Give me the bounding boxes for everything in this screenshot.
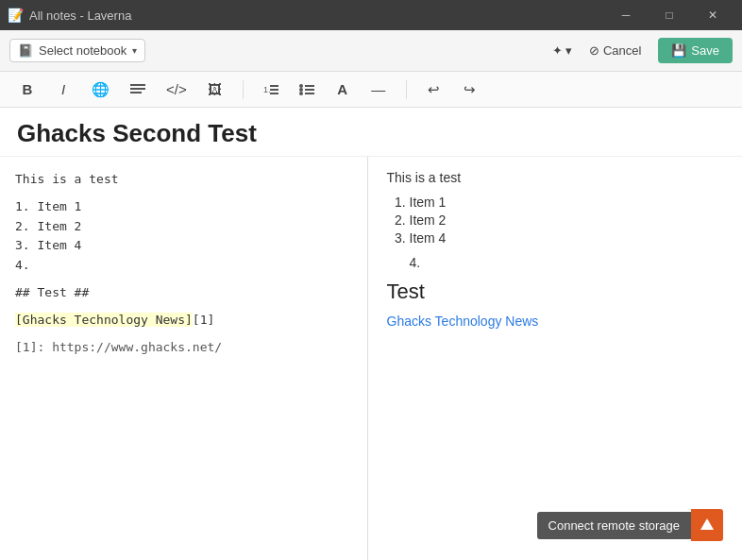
svg-rect-5 <box>270 89 278 91</box>
settings-button[interactable]: ✦ ▾ <box>552 43 572 58</box>
svg-point-7 <box>299 84 303 88</box>
blockquote-button[interactable] <box>126 80 150 99</box>
svg-text:1.: 1. <box>263 85 271 94</box>
right-heading: Test <box>387 280 724 304</box>
save-icon: 💾 <box>671 43 686 58</box>
cancel-label: Cancel <box>603 43 641 58</box>
svg-point-9 <box>299 92 303 95</box>
settings-arrow-icon: ▾ <box>565 43 572 58</box>
right-para: This is a test <box>387 170 724 185</box>
list-item-2: Item 2 <box>410 212 724 228</box>
connect-storage-button[interactable]: Connect remote storage <box>537 512 691 539</box>
toolbar-divider-2 <box>406 80 407 99</box>
left-para: This is a test <box>15 170 352 190</box>
connect-storage-icon[interactable] <box>691 509 723 541</box>
app-icon: 📝 <box>8 8 24 23</box>
left-list: 1. Item 1 2. Item 2 3. Item 4 4. <box>15 197 352 276</box>
svg-rect-11 <box>305 89 314 91</box>
titlebar-title: All notes - Laverna <box>29 8 604 23</box>
list-item-3: Item 4 <box>410 230 724 246</box>
unordered-list-button[interactable] <box>295 80 319 99</box>
link-highlight: [Ghacks Technology News] <box>15 313 193 327</box>
toolbar-right: ✦ ▾ ⊘ Cancel 💾 Save <box>552 38 733 63</box>
svg-rect-10 <box>305 85 314 87</box>
image-button[interactable]: 🖼 <box>203 78 228 100</box>
svg-rect-2 <box>130 92 142 93</box>
main-content: Ghacks Second Test This is a test 1. Ite… <box>0 108 742 560</box>
app-container: 📓 Select notebook ▾ ✦ ▾ ⊘ Cancel 💾 Save … <box>0 30 742 560</box>
cancel-icon: ⊘ <box>589 43 599 58</box>
minimize-button[interactable]: ─ <box>604 0 648 30</box>
svg-marker-13 <box>700 518 714 530</box>
save-button[interactable]: 💾 Save <box>658 38 733 63</box>
editor-area: This is a test 1. Item 1 2. Item 2 3. It… <box>0 157 742 560</box>
note-title: Ghacks Second Test <box>0 108 742 157</box>
notebook-icon: 📓 <box>18 43 33 58</box>
chevron-down-icon: ▾ <box>132 45 137 56</box>
titlebar: 📝 All notes - Laverna ─ □ ✕ <box>0 0 742 30</box>
hr-button[interactable]: — <box>366 78 391 100</box>
svg-rect-12 <box>305 93 314 94</box>
window-controls: ─ □ ✕ <box>604 0 734 30</box>
close-button[interactable]: ✕ <box>691 0 734 30</box>
left-ref: [1]: https://www.ghacks.net/ <box>15 338 352 358</box>
notebook-label: Select notebook <box>39 43 126 58</box>
svg-rect-1 <box>130 88 145 90</box>
left-panel[interactable]: This is a test 1. Item 1 2. Item 2 3. It… <box>0 157 368 560</box>
connect-storage-widget: Connect remote storage <box>537 509 723 541</box>
ordered-list-button[interactable]: 1. <box>259 80 283 99</box>
svg-rect-6 <box>270 93 278 94</box>
notebook-select[interactable]: 📓 Select notebook ▾ <box>9 39 145 62</box>
left-heading: ## Test ## <box>15 283 352 303</box>
save-label: Save <box>691 43 719 58</box>
top-toolbar: 📓 Select notebook ▾ ✦ ▾ ⊘ Cancel 💾 Save <box>0 30 742 72</box>
left-link: [Ghacks Technology News][1] <box>15 311 352 331</box>
right-link[interactable]: Ghacks Technology News <box>387 314 539 329</box>
svg-point-8 <box>299 88 303 92</box>
undo-button[interactable]: ↩ <box>422 78 447 101</box>
list-item-1: Item 1 <box>410 195 724 210</box>
maximize-button[interactable]: □ <box>648 0 691 30</box>
font-size-button[interactable]: A <box>330 78 355 100</box>
link-button[interactable]: 🌐 <box>87 78 114 101</box>
italic-button[interactable]: I <box>51 78 76 100</box>
right-panel[interactable]: This is a test Item 1 Item 2 Item 4 4. T… <box>368 157 743 560</box>
right-list: Item 1 Item 2 Item 4 <box>410 195 724 246</box>
cancel-button[interactable]: ⊘ Cancel <box>580 39 650 62</box>
svg-rect-4 <box>270 85 278 87</box>
format-toolbar: B I 🌐 </> 🖼 1. A — ↩ ↪ <box>0 72 742 108</box>
settings-icon: ✦ <box>552 43 563 58</box>
code-button[interactable]: </> <box>161 78 192 100</box>
redo-button[interactable]: ↪ <box>458 78 482 101</box>
svg-rect-0 <box>130 84 145 86</box>
toolbar-divider-1 <box>243 80 244 99</box>
list-item-4: 4. <box>410 255 724 270</box>
bold-button[interactable]: B <box>15 78 40 100</box>
